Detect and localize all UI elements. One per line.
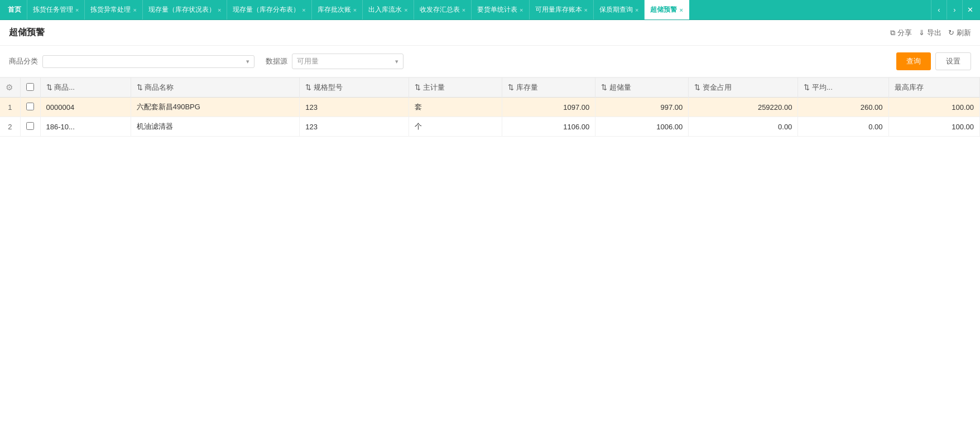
- table-row: 2 186-10... 机油滤清器 123 个 1106.00 1006.00 …: [0, 117, 980, 137]
- datasource-select[interactable]: 可用量 ▾: [292, 54, 403, 69]
- datasource-label: 数据源: [266, 56, 287, 66]
- close-tab-collect-send[interactable]: ×: [462, 7, 465, 13]
- th-gear[interactable]: ⚙: [0, 78, 20, 98]
- row-avg-2: 0.00: [798, 117, 888, 137]
- row-max-stock-1: 100.00: [888, 98, 979, 117]
- row-stock-2: 1106.00: [502, 117, 595, 137]
- query-button[interactable]: 查询: [896, 52, 931, 70]
- nav-arrow-right[interactable]: ›: [947, 0, 962, 20]
- close-tab-task-mgmt[interactable]: ×: [75, 7, 79, 13]
- datasource-chevron-icon: ▾: [395, 58, 398, 65]
- row-max-stock-2: 100.00: [888, 117, 979, 137]
- close-tab-avail-inventory[interactable]: ×: [584, 7, 588, 13]
- header-actions: ⧉ 分享 ⇓ 导出 ↻ 刷新: [890, 28, 971, 38]
- row-goods-code-1: 0000004: [40, 98, 131, 117]
- th-capital[interactable]: ⇅ 资金占用: [689, 78, 798, 98]
- row-goods-name-1: 六配套新昌490BPG: [131, 98, 299, 117]
- row-unit-2: 个: [409, 117, 502, 137]
- row-spec-2: 123: [300, 117, 409, 137]
- filter-row: 商品分类 ▾ 数据源 可用量 ▾ 查询 设置: [0, 46, 980, 77]
- row-stock-1: 1097.00: [502, 98, 595, 117]
- nav-tab-inventory-status[interactable]: 现存量（库存状况表） ×: [143, 0, 227, 20]
- row-spec-1: 123: [300, 98, 409, 117]
- nav-tab-inventory-dist[interactable]: 现存量（库存分布表） ×: [227, 0, 311, 20]
- close-tab-batch-account[interactable]: ×: [353, 7, 357, 13]
- table-container: ⚙ ⇅ 商品... ⇅ 商品名称 ⇅ 规格型号: [0, 77, 980, 137]
- th-stock[interactable]: ⇅ 库存量: [502, 78, 595, 98]
- nav-tab-batch-account[interactable]: 库存批次账 ×: [312, 0, 363, 20]
- close-tab-inout-flow[interactable]: ×: [404, 7, 407, 13]
- nav-arrows: ‹ › ✕: [931, 0, 978, 20]
- share-button[interactable]: ⧉ 分享: [890, 28, 912, 38]
- filter-category: 商品分类 ▾: [9, 55, 254, 68]
- export-icon: ⇓: [919, 28, 925, 37]
- row-goods-name-2: 机油滤清器: [131, 117, 299, 137]
- row-overstock-1: 997.00: [595, 98, 689, 117]
- close-tab-inventory-dist[interactable]: ×: [302, 7, 305, 13]
- nav-tab-task-mgmt[interactable]: 拣货任务管理 ×: [27, 0, 85, 20]
- row-avg-1: 260.00: [798, 98, 888, 117]
- row-checkbox-2[interactable]: [20, 117, 40, 137]
- share-icon: ⧉: [890, 28, 895, 37]
- table-row: 1 0000004 六配套新昌490BPG 123 套 1097.00 997.…: [0, 98, 980, 117]
- page-header: 超储预警 ⧉ 分享 ⇓ 导出 ↻ 刷新: [0, 20, 980, 46]
- share-label: 分享: [897, 28, 912, 38]
- gear-icon[interactable]: ⚙: [6, 83, 13, 92]
- refresh-label: 刷新: [957, 28, 971, 38]
- nav-tab-abnormal[interactable]: 拣货异常处理 ×: [85, 0, 142, 20]
- th-goods-code[interactable]: ⇅ 商品...: [40, 78, 131, 98]
- close-tab-abnormal[interactable]: ×: [133, 7, 136, 13]
- row-checkbox-1[interactable]: [20, 98, 40, 117]
- row-overstock-2: 1006.00: [595, 117, 689, 137]
- datasource-value: 可用量: [297, 56, 319, 66]
- row-num-1: 1: [0, 98, 20, 117]
- select-all-checkbox[interactable]: [26, 83, 34, 91]
- row-select-2[interactable]: [26, 122, 34, 130]
- refresh-button[interactable]: ↻ 刷新: [948, 28, 971, 38]
- close-tab-quality-check[interactable]: ×: [635, 7, 638, 13]
- set-button[interactable]: 设置: [935, 52, 971, 70]
- th-spec[interactable]: ⇅ 规格型号: [300, 78, 409, 98]
- nav-tab-overstock-alert[interactable]: 超储预警 ×: [645, 0, 689, 20]
- row-goods-code-2: 186-10...: [40, 117, 131, 137]
- close-tab-overstock-alert[interactable]: ×: [679, 7, 683, 13]
- row-capital-2: 0.00: [689, 117, 798, 137]
- nav-arrow-left[interactable]: ‹: [931, 0, 947, 20]
- top-nav: 首页 拣货任务管理 × 拣货异常处理 × 现存量（库存状况表） × 现存量（库存…: [0, 0, 980, 20]
- export-button[interactable]: ⇓ 导出: [919, 28, 941, 38]
- filter-datasource: 数据源 可用量 ▾: [266, 54, 403, 69]
- row-unit-1: 套: [409, 98, 502, 117]
- nav-tab-home[interactable]: 首页: [2, 0, 27, 20]
- th-goods-name[interactable]: ⇅ 商品名称: [131, 78, 299, 98]
- th-max-stock: 最高库存: [888, 78, 979, 98]
- row-capital-1: 259220.00: [689, 98, 798, 117]
- table-header-row: ⚙ ⇅ 商品... ⇅ 商品名称 ⇅ 规格型号: [0, 78, 980, 98]
- table-body: 1 0000004 六配套新昌490BPG 123 套 1097.00 997.…: [0, 98, 980, 137]
- category-label: 商品分类: [9, 56, 38, 66]
- row-select-1[interactable]: [26, 103, 34, 110]
- refresh-icon: ↻: [948, 28, 954, 37]
- close-tab-req-stats[interactable]: ×: [520, 7, 523, 13]
- page-container: 超储预警 ⧉ 分享 ⇓ 导出 ↻ 刷新 商品分类 ▾ 数据源: [0, 20, 980, 446]
- th-checkbox[interactable]: [20, 78, 40, 98]
- nav-tab-inout-flow[interactable]: 出入库流水 ×: [363, 0, 414, 20]
- nav-tab-req-stats[interactable]: 要货单统计表 ×: [472, 0, 529, 20]
- th-avg[interactable]: ⇅ 平均...: [798, 78, 888, 98]
- nav-tab-collect-send[interactable]: 收发存汇总表 ×: [414, 0, 472, 20]
- data-table: ⚙ ⇅ 商品... ⇅ 商品名称 ⇅ 规格型号: [0, 77, 980, 137]
- export-label: 导出: [927, 28, 941, 38]
- nav-tab-quality-check[interactable]: 保质期查询 ×: [594, 0, 645, 20]
- row-num-2: 2: [0, 117, 20, 137]
- page-title: 超储预警: [9, 27, 45, 38]
- th-unit[interactable]: ⇅ 主计量: [409, 78, 502, 98]
- th-overstock[interactable]: ⇅ 超储量: [595, 78, 689, 98]
- nav-arrow-close[interactable]: ✕: [962, 0, 978, 20]
- category-select[interactable]: ▾: [42, 55, 254, 68]
- filter-actions: 查询 设置: [896, 52, 971, 70]
- category-chevron-icon: ▾: [246, 58, 249, 65]
- close-tab-inventory-status[interactable]: ×: [218, 7, 221, 13]
- nav-tab-avail-inventory[interactable]: 可用量库存账本 ×: [530, 0, 594, 20]
